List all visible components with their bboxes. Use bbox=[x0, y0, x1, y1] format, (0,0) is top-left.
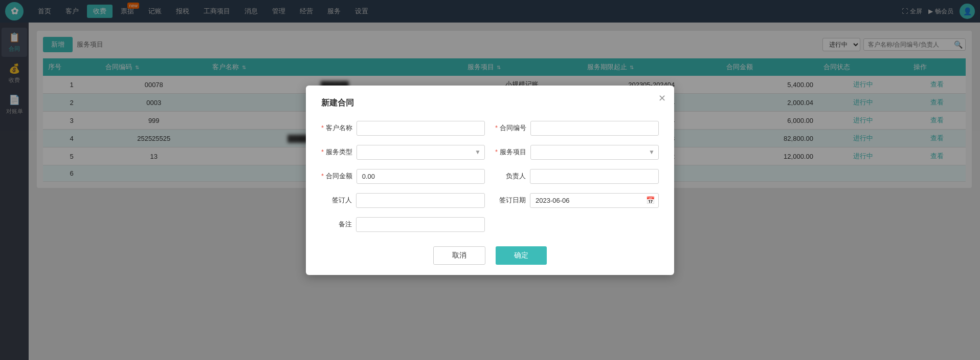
form-field-sign-date: 签订日期 📅 bbox=[495, 193, 659, 208]
contract-no-input[interactable] bbox=[530, 121, 659, 136]
modal-close-button[interactable]: ✕ bbox=[658, 93, 666, 104]
contract-amount-input[interactable] bbox=[357, 169, 485, 184]
form-field-responsible-person: 负责人 bbox=[495, 169, 659, 184]
form-row-1: 客户名称 合同编号 bbox=[321, 121, 659, 136]
service-type-select[interactable] bbox=[357, 145, 485, 160]
form-row-5: 备注 bbox=[321, 217, 659, 232]
form-field-signer: 签订人 bbox=[321, 193, 485, 208]
customer-name-input[interactable] bbox=[357, 121, 485, 136]
service-item-select-wrap: ▼ bbox=[530, 145, 659, 160]
service-type-select-wrap: ▼ bbox=[357, 145, 485, 160]
remark-label: 备注 bbox=[321, 220, 352, 229]
form-field-customer-name: 客户名称 bbox=[321, 121, 485, 136]
sign-date-input[interactable] bbox=[530, 193, 659, 208]
new-contract-modal: 新建合同 ✕ 客户名称 合同编号 服务类型 ▼ bbox=[306, 86, 674, 275]
modal-overlay: 新建合同 ✕ 客户名称 合同编号 服务类型 ▼ bbox=[0, 0, 980, 360]
modal-footer: 取消 确定 bbox=[321, 246, 659, 265]
signer-input[interactable] bbox=[356, 193, 485, 208]
form-field-contract-no: 合同编号 bbox=[495, 121, 659, 136]
form-field-remark: 备注 bbox=[321, 217, 485, 232]
contract-amount-label: 合同金额 bbox=[321, 172, 352, 181]
customer-name-label: 客户名称 bbox=[321, 123, 352, 133]
responsible-person-input[interactable] bbox=[530, 169, 659, 184]
confirm-button[interactable]: 确定 bbox=[496, 246, 547, 265]
form-row-3: 合同金额 负责人 bbox=[321, 169, 659, 184]
signer-label: 签订人 bbox=[321, 196, 352, 205]
form-row-2: 服务类型 ▼ 服务项目 ▼ bbox=[321, 145, 659, 160]
service-type-label: 服务类型 bbox=[321, 147, 352, 157]
responsible-person-label: 负责人 bbox=[495, 172, 526, 181]
cancel-button[interactable]: 取消 bbox=[433, 246, 485, 265]
service-item-select[interactable] bbox=[530, 145, 659, 160]
form-field-service-item: 服务项目 ▼ bbox=[495, 145, 659, 160]
form-row-4: 签订人 签订日期 📅 bbox=[321, 193, 659, 208]
sign-date-wrap: 📅 bbox=[530, 193, 659, 208]
remark-input[interactable] bbox=[356, 217, 485, 232]
contract-no-label: 合同编号 bbox=[495, 123, 526, 133]
service-item-label: 服务项目 bbox=[495, 147, 526, 157]
sign-date-label: 签订日期 bbox=[495, 196, 526, 205]
modal-title: 新建合同 bbox=[321, 98, 659, 109]
form-field-contract-amount: 合同金额 bbox=[321, 169, 485, 184]
form-field-service-type: 服务类型 ▼ bbox=[321, 145, 485, 160]
